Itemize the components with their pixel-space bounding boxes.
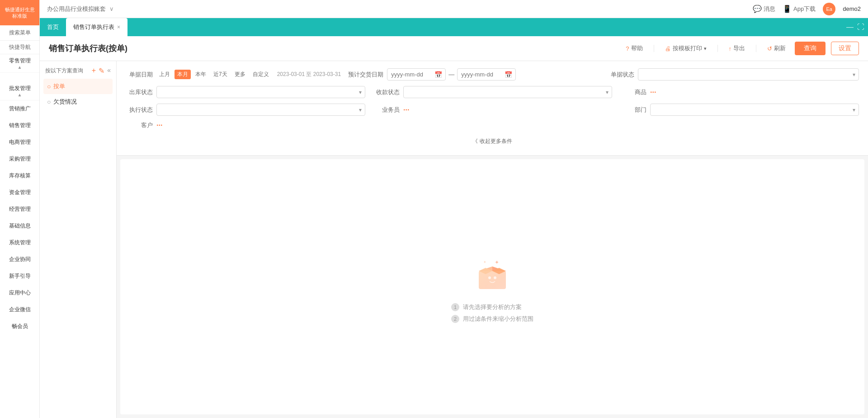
sidebar-item-marketing[interactable]: 营销推广 [0, 100, 39, 117]
breadcrumb-arrow[interactable]: ∨ [109, 5, 114, 12]
sidebar-item-wechat[interactable]: 企业微信 [0, 301, 39, 318]
menu-item-by-order[interactable]: ○ 按单 [43, 79, 113, 94]
filter-area: 单据日期 上月 本月 本年 近7天 更多 自定义 2023-03-01 至 20… [117, 61, 868, 156]
outbound-field: 出库状态 ▾ [126, 86, 365, 98]
svg-point-8 [494, 276, 496, 279]
sidebar-item-member[interactable]: 畅会员 [0, 318, 39, 335]
empty-tips: 1 请先选择要分析的方案 2 用过滤条件来缩小分析范围 [451, 303, 533, 323]
outbound-select[interactable] [156, 86, 365, 98]
quick-date-buttons: 上月 本月 本年 近7天 更多 自定义 [156, 70, 272, 79]
collapse-more-btn[interactable]: 《 收起更多条件 [126, 135, 859, 148]
collapse-arrow-icon: 《 [472, 138, 478, 145]
empty-tip-2: 2 用过滤条件来缩小分析范围 [451, 315, 533, 323]
sidebar-item-operations[interactable]: 经营管理 [0, 201, 39, 218]
query-button[interactable]: 查询 [795, 42, 826, 55]
payment-select[interactable] [403, 86, 612, 98]
sidebar-item-ecommerce[interactable]: 电商管理 [0, 134, 39, 151]
sidebar-item-purchase-label: 采购管理 [9, 155, 31, 163]
date-separator: — [448, 71, 454, 78]
department-select[interactable] [650, 104, 859, 116]
execution-select[interactable] [156, 104, 365, 116]
divider-1 [654, 45, 654, 52]
customer-label: 客户 [126, 121, 153, 129]
empty-tip-1-text: 请先选择要分析的方案 [463, 303, 522, 311]
app-download-label: App下载 [793, 5, 816, 13]
goods-more-icon[interactable]: ··· [650, 88, 656, 96]
sidebar-item-enterprise[interactable]: 企业协同 [0, 251, 39, 268]
tab-home[interactable]: 首页 [40, 18, 66, 36]
order-status-field: 单据状态 ▾ [607, 68, 859, 81]
sidebar-item-retail-label: 零售管理 [9, 57, 31, 65]
user-avatar[interactable]: Ea [823, 3, 835, 15]
sidebar-item-retail-active[interactable] [0, 73, 39, 82]
left-panel-icons: + ✎ « [92, 66, 111, 75]
last-month-btn[interactable]: 上月 [156, 70, 173, 79]
department-select-wrap: ▾ [650, 104, 859, 116]
sidebar-item-retail[interactable]: 零售管理 ▲ [0, 54, 39, 73]
sidebar-item-basic[interactable]: 基础信息 [0, 218, 39, 234]
tab-sales-order[interactable]: 销售订单执行表 × [66, 18, 127, 36]
left-panel: 按以下方案查询 + ✎ « ○ 按单 ○ 欠货情况 [40, 61, 117, 418]
sidebar-item-inventory-label: 库存核算 [9, 172, 31, 180]
expected-date-end[interactable] [457, 68, 516, 81]
this-year-btn[interactable]: 本年 [193, 70, 209, 79]
svg-text:✦: ✦ [495, 259, 499, 266]
sidebar-logo-subtext: 标准版 [12, 13, 27, 19]
tab-maximize-icon[interactable]: ⛶ [857, 23, 864, 31]
sidebar-item-wechat-label: 企业微信 [9, 306, 31, 314]
outbound-select-wrap: ▾ [156, 86, 365, 98]
sidebar-item-inventory[interactable]: 库存核算 [0, 167, 39, 184]
settings-button[interactable]: 设置 [831, 42, 859, 55]
tab-close-icon[interactable]: × [117, 24, 120, 30]
order-status-select[interactable] [638, 68, 859, 81]
sidebar-logo[interactable]: 畅捷通好生意 标准版 [0, 0, 39, 25]
sidebar-item-appstore[interactable]: 应用中心 [0, 285, 39, 301]
sidebar-item-system-label: 系统管理 [9, 239, 31, 247]
last7days-btn[interactable]: 近7天 [211, 70, 230, 79]
custom-btn[interactable]: 自定义 [250, 70, 272, 79]
date-filter-label: 单据日期 [126, 71, 153, 79]
sidebar-item-sales[interactable]: 销售管理 [0, 117, 39, 134]
divider-2 [717, 45, 718, 52]
tab-minimize-icon[interactable]: — [846, 23, 854, 31]
order-status-label: 单据状态 [607, 71, 634, 79]
print-label: 按模板打印 [673, 44, 702, 52]
sidebar-item-wholesale[interactable]: 批发管理 ▲ [0, 82, 39, 100]
user-name[interactable]: demo2 [843, 5, 861, 12]
export-label: 导出 [733, 44, 745, 52]
shortage-label: 欠货情况 [53, 98, 77, 106]
svg-point-7 [488, 276, 491, 279]
refresh-button[interactable]: ↺ 刷新 [764, 43, 789, 54]
edit-plan-icon[interactable]: ✎ [99, 66, 104, 75]
tab-bar-actions: — ⛶ [846, 23, 868, 31]
divider-3 [756, 45, 756, 52]
help-button[interactable]: ? 帮助 [622, 43, 646, 54]
more-btn[interactable]: 更多 [232, 70, 248, 79]
app-download-action[interactable]: 📱 App下载 [783, 5, 816, 13]
salesperson-more-icon[interactable]: ··· [403, 106, 409, 114]
expected-date-start-wrap: 📅 [387, 68, 446, 81]
help-icon: ? [626, 45, 629, 52]
sidebar-item-purchase[interactable]: 采购管理 [0, 151, 39, 167]
expected-date-range: 📅 — 📅 [387, 68, 516, 81]
expected-date-label: 预计交货日期 [348, 71, 383, 79]
salesperson-field: 业务员 ··· [373, 106, 612, 114]
customer-field: 客户 ··· [126, 121, 859, 129]
customer-more-icon[interactable]: ··· [156, 121, 162, 129]
add-plan-icon[interactable]: + [92, 66, 96, 75]
sidebar-search[interactable]: 搜索菜单 [0, 25, 39, 41]
this-month-btn[interactable]: 本月 [175, 70, 191, 79]
expected-date-start[interactable] [387, 68, 446, 81]
export-button[interactable]: ↑ 导出 [725, 43, 749, 54]
collapse-panel-icon[interactable]: « [107, 66, 111, 75]
message-action[interactable]: 💬 消息 [753, 5, 775, 13]
sidebar-quick-nav[interactable]: 快捷导航 [0, 41, 39, 54]
payment-select-wrap: ▾ [403, 86, 612, 98]
print-button[interactable]: 🖨 按模板打印 ▾ [661, 43, 710, 54]
sidebar-item-finance[interactable]: 资金管理 [0, 184, 39, 201]
sidebar-item-system[interactable]: 系统管理 [0, 234, 39, 251]
menu-item-shortage[interactable]: ○ 欠货情况 [43, 94, 113, 109]
tab-home-label: 首页 [47, 23, 59, 31]
left-panel-header: 按以下方案查询 + ✎ « [43, 66, 113, 75]
sidebar-item-newbie[interactable]: 新手引导 [0, 268, 39, 285]
